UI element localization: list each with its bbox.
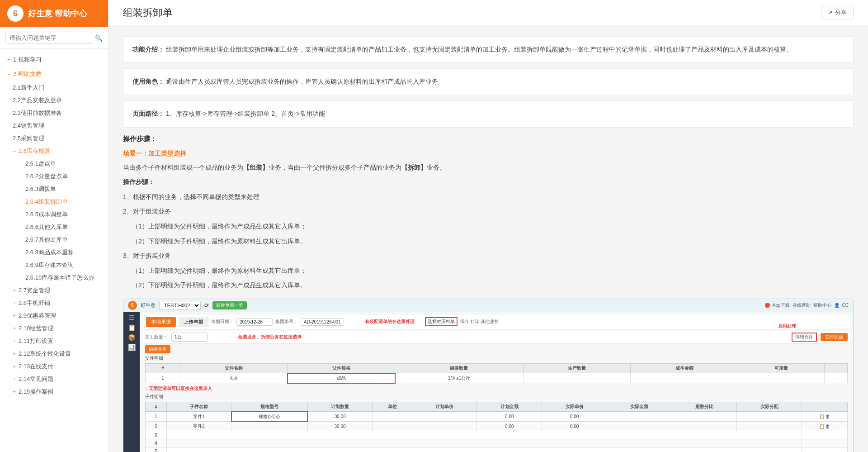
sidebar-item-cost-reset[interactable]: 2.6.8商品成本重算 <box>25 246 108 259</box>
mock-ltd-no: 1 <box>146 412 167 422</box>
sidebar-item-newbie[interactable]: 2.1新手入门 <box>13 81 108 94</box>
sidebar-item-label: 2.13在线支付 <box>19 362 53 371</box>
share-button[interactable]: ↗ 分享 <box>821 6 854 19</box>
mock-new-record-btn[interactable]: 新建单据一览 <box>212 301 247 309</box>
mock-lth-ops <box>802 402 848 412</box>
mock-upper-table-wrapper: # 父件名称 父件规格 组装数量 生产数量 成本金额 可用量 <box>142 363 850 384</box>
sidebar-item-cases[interactable]: + 2.15操作案例 <box>13 385 108 398</box>
step2-2: （2）下部明细为子件明细，最终作为原材料生成其它出库单。 <box>123 235 854 247</box>
mock-ltd-empty4 <box>166 439 802 447</box>
content-area: 功能介绍： 组装拆卸单用来处理企业组装或拆卸等加工业务，支持有固定装配清单的产品… <box>108 25 868 452</box>
mock-th-avail: 可用量 <box>738 363 824 373</box>
mock-user-id: CC <box>842 303 849 308</box>
mock-ltd-alloc2 <box>737 422 802 431</box>
sidebar-item-install[interactable]: 2.2产品安装及登录 <box>13 94 108 107</box>
sidebar-sub-inventory: 2.6.1盘点单 2.6.2分量盘点单 2.6.3调拨单 2.6.4组装拆卸单 … <box>13 157 108 284</box>
mock-annotation-3: 启用处理 <box>778 323 796 329</box>
sidebar-item-label: 2.4销售管理 <box>13 122 44 130</box>
mock-help-center-label: 帮助中心 <box>813 302 831 309</box>
sidebar-item-label: 2.6.6其他入库单 <box>25 223 68 231</box>
search-input[interactable] <box>5 32 92 44</box>
sidebar-item-coupon[interactable]: + 2.9优惠券管理 <box>13 309 108 322</box>
sidebar-item-label: 2.10经营管理 <box>19 324 53 333</box>
sidebar-item-stock-error[interactable]: 2.6.10库存账本错了怎么办 <box>25 271 108 284</box>
minus-icon-inventory: − <box>13 148 16 154</box>
mock-qty-field: 1公 <box>171 333 208 342</box>
sidebar-item-adjust[interactable]: 2.6.3调拨单 <box>25 183 108 195</box>
mock-topbar-right: 🔴 App下载 在线帮助 帮助中心 👤 CC <box>764 302 849 309</box>
mock-th-prod: 生产数量 <box>523 363 631 373</box>
step1: 1、根据不同的业务，选择不同单据的类型来处理 <box>123 191 854 203</box>
sidebar-item-print[interactable]: + 2.11打印设置 <box>13 335 108 347</box>
mock-annotation-1: 有装配清单的在这里处理 <box>365 319 415 324</box>
sidebar-item-customize[interactable]: + 2.12系统个性化设置 <box>13 347 108 360</box>
mock-app-name: 好生意 <box>141 302 156 309</box>
plus-icon-faq: + <box>13 376 16 382</box>
sidebar-item-video[interactable]: + 1.视频学习 <box>0 52 108 67</box>
mock-td-action <box>824 373 847 383</box>
sidebar-item-label: 2.7资金管理 <box>19 286 50 295</box>
sidebar-item-label: 2.9优惠券管理 <box>19 312 56 320</box>
sidebar-item-other-out[interactable]: 2.6.7其他出库单 <box>25 233 108 246</box>
mock-ltd-no4: 4 <box>146 439 167 447</box>
mock-th-no: # <box>146 363 180 373</box>
mock-content: 本地单据 上传单据 单据日期： 2019-12-26 集团单号： AD-2019… <box>140 312 853 452</box>
sidebar-item-assembly[interactable]: 2.6.4组装拆卸单 <box>25 195 108 208</box>
mock-th-spec: 父件规格 <box>288 363 395 373</box>
mock-app-label: App下载 <box>773 302 790 309</box>
sidebar-item-faq[interactable]: + 2.14常见问题 <box>13 373 108 385</box>
logo-icon: 6 <box>7 5 24 22</box>
mock-lth-plan-qty: 计划数量 <box>307 402 373 412</box>
mock-nav-icon-3: 📦 <box>128 334 136 341</box>
step2-1: （1）上部明细为父件明细，最终作为产成品生成其它入库单； <box>123 220 854 233</box>
sidebar-item-cost-adjust[interactable]: 2.6.5成本调整单 <box>25 208 108 221</box>
sidebar-item-label: 2.5采购管理 <box>13 134 44 143</box>
sidebar-item-label: 2.6.10库存账本错了怎么办 <box>25 274 94 282</box>
plus-icon: + <box>7 57 10 63</box>
sidebar-item-mobile[interactable]: + 2.8手机旺铺 <box>13 297 108 309</box>
mock-store-select[interactable]: TEST-H002 <box>159 301 201 310</box>
mock-ltd-empty5 <box>166 447 802 452</box>
sidebar-item-label: 2.6.7其他出库单 <box>25 236 68 244</box>
mock-ltd-plan-amt2: 0.00 <box>477 422 542 431</box>
sidebar-item-label: 2.6.2分量盘点单 <box>25 172 68 181</box>
mock-td-no: 1 <box>146 373 180 383</box>
intro-text: 功能介绍： 组装拆卸单用来处理企业组装或拆卸等加工业务，支持有固定装配清单的产品… <box>132 44 844 55</box>
sidebar-sub-docs: 2.1新手入门 2.2产品安装及登录 2.3使用前数据准备 2.4销售管理 2.… <box>0 81 108 398</box>
sidebar-item-label: 2.15操作案例 <box>19 388 53 396</box>
mock-ltd-unit <box>373 412 412 422</box>
sidebar-item-sales[interactable]: 2.4销售管理 <box>13 119 108 132</box>
sidebar-item-ops[interactable]: + 2.10经营管理 <box>13 322 108 335</box>
sidebar-item-docs[interactable]: − 2.帮助文档 <box>0 67 108 81</box>
path-label: 页面路径： <box>132 110 164 117</box>
search-icon[interactable]: 🔍 <box>95 34 103 42</box>
sidebar-item-data[interactable]: 2.3使用前数据准备 <box>13 107 108 119</box>
intro-label: 功能介绍： <box>132 46 164 53</box>
sidebar-item-split-stock[interactable]: 2.6.2分量盘点单 <box>25 170 108 183</box>
step2: 2、对于组装业务 <box>123 205 854 218</box>
table-row: 4 <box>146 439 848 447</box>
mock-th-cost: 成本金额 <box>631 363 738 373</box>
mock-annotation-2: 组装业务、拆卸业务在这里选择 <box>238 334 302 340</box>
mock-ltd-actual-amt <box>607 412 672 422</box>
mock-confirm-btn[interactable]: 立即完成 <box>821 333 848 341</box>
sidebar-item-label: 2.2产品安装及登录 <box>13 96 62 105</box>
sidebar-item-purchase[interactable]: 2.5采购管理 <box>13 132 108 145</box>
plus-icon-cases: + <box>13 389 16 395</box>
sidebar-item-finance[interactable]: + 2.7资金管理 <box>13 284 108 297</box>
path-card: 页面路径： 1、库存核算->库存管理->组装拆卸单 2、首页->常用功能 <box>123 100 854 127</box>
mock-td-spec: 成品 <box>288 373 395 383</box>
mock-more-actions: 保存 打印 其他业务 <box>460 319 499 325</box>
sidebar-item-inventory[interactable]: − 2.6库存核算 <box>13 145 108 157</box>
sidebar-item-other-in[interactable]: 2.6.6其他入库单 <box>25 221 108 233</box>
mock-upper-table-label: 父件明细 <box>142 355 850 362</box>
scene1-desc: 当由多个子件材料组装成一个成品的业务为【组装】业务，当由一个父件拆分成多个子产品… <box>123 162 854 174</box>
sidebar-item-payment[interactable]: + 2.13在线支付 <box>13 360 108 373</box>
mock-lth-spec: 规格型号 <box>231 402 307 412</box>
mock-bom-label: 选择对应料单 <box>428 319 455 324</box>
role-card: 使用角色： 通常由生产人员或库管人员完成拆装业务的操作，库管人员确认原材料的出库… <box>123 68 854 95</box>
sidebar-item-stock-query[interactable]: 2.6.9库存账本查询 <box>25 259 108 271</box>
mock-tab-upload[interactable]: 上传单据 <box>179 317 208 327</box>
sidebar-item-stocktake[interactable]: 2.6.1盘点单 <box>25 157 108 170</box>
mock-tab-local[interactable]: 本地单据 <box>146 317 176 327</box>
